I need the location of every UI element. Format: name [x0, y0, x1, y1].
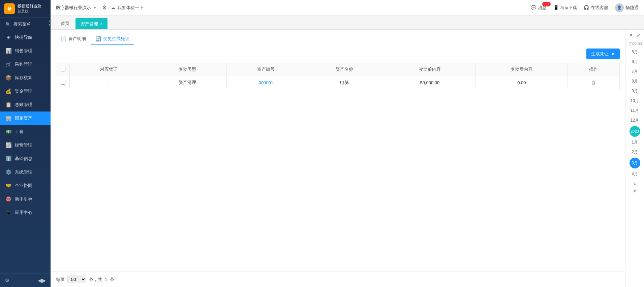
main-area: 医疗器械行业演示 ▼ ⚙ ☁ 我要体验一下 💬 消息 99+ 📱 App下载 🎧…	[51, 0, 644, 287]
search-icon: 🔍	[5, 22, 11, 27]
avatar: 👤	[615, 3, 624, 12]
per-page-unit: 条，共	[89, 277, 102, 283]
month-2023-01[interactable]: 1月	[625, 137, 644, 147]
topbar: 医疗器械行业演示 ▼ ⚙ ☁ 我要体验一下 💬 消息 99+ 📱 App下载 🎧…	[51, 0, 644, 15]
month-2022-07[interactable]: 7月	[625, 67, 644, 76]
app-download-btn[interactable]: 📱 App下载	[553, 5, 577, 11]
col-header-voucher: 对应凭证	[70, 63, 148, 76]
month-2023-03[interactable]: 3月	[630, 158, 640, 168]
customer-service-label: 在线客服	[591, 5, 608, 11]
user-profile-btn[interactable]: 👤 畅捷通	[615, 3, 639, 12]
panel-scroll-down-arrow[interactable]: ▼	[632, 188, 638, 195]
sidebar-item-operations[interactable]: 📈 经营管理	[0, 138, 51, 152]
collapse-icon[interactable]: ◀▶	[38, 277, 46, 284]
ledger-icon: 📋	[5, 102, 11, 108]
sidebar-item-system[interactable]: ⚙️ 系统管理	[0, 165, 51, 179]
month-2022-06[interactable]: 6月	[625, 57, 644, 67]
pagination: 每页 10 20 50 100 条，共 1 条	[51, 272, 625, 287]
month-2023-04[interactable]: 4月	[625, 169, 644, 179]
generate-voucher-label: 生成凭证	[591, 51, 609, 57]
sidebar-item-label: 库存核算	[15, 75, 32, 81]
col-header-checkbox	[56, 63, 70, 76]
settings-icon[interactable]: ⚙	[5, 277, 9, 284]
basic-info-icon: ℹ️	[5, 156, 11, 162]
tab-home[interactable]: 首页	[56, 18, 74, 29]
company-selector[interactable]: 医疗器械行业演示 ▼	[56, 5, 97, 11]
home-label: 首页	[61, 21, 69, 27]
sidebar-item-ledger[interactable]: 📋 总账管理	[0, 98, 51, 111]
content-area: 📄 资产明细 🔄 变更生成凭证 生成凭证 ▼	[51, 30, 644, 287]
company-settings-icon[interactable]: ⚙	[102, 4, 107, 11]
sidebar-item-fund[interactable]: 💰 资金管理	[0, 85, 51, 98]
tabbar: 首页 资产管理 ×	[51, 15, 644, 30]
row-action-cell: 🗑	[568, 76, 619, 89]
delete-icon[interactable]: 🗑	[591, 80, 596, 85]
messages-btn[interactable]: 💬 消息 99+	[531, 5, 547, 11]
panel-scroll-up-arrow[interactable]: ▲	[632, 180, 638, 188]
panel-close-button[interactable]: ✕	[627, 32, 634, 38]
sidebar-item-label: 销售管理	[15, 48, 32, 54]
topbar-right: 💬 消息 99+ 📱 App下载 🎧 在线客服 👤 畅捷通	[531, 3, 639, 12]
tab-asset-label: 资产管理	[81, 21, 98, 27]
month-2022-10[interactable]: 10月	[625, 96, 644, 106]
sub-tab-voucher-label: 变更生成凭证	[103, 36, 129, 42]
table-wrapper: 对应凭证 变动类型 资产编号 资产名称	[51, 63, 625, 272]
per-page-label: 每页	[56, 277, 65, 283]
select-all-checkbox[interactable]	[61, 67, 65, 71]
sidebar-nav: ⊞ 快捷导航 📊 销售管理 🛒 采购管理 📦 库存核算 💰 资金管理 📋 总账管…	[0, 31, 51, 274]
sidebar-item-sales[interactable]: 📊 销售管理	[0, 44, 51, 58]
month-2022-11[interactable]: 11月	[625, 106, 644, 116]
sidebar-item-app-center[interactable]: 📱 应用中心	[0, 206, 51, 219]
total-count: 1	[105, 277, 107, 282]
row-checkbox[interactable]	[61, 80, 65, 85]
sidebar-search-label: 搜索菜单	[13, 21, 31, 27]
sidebar-item-basic-info[interactable]: ℹ️ 基础信息	[0, 152, 51, 165]
year-2023-marker[interactable]: 2023	[630, 126, 640, 137]
customer-service-btn[interactable]: 🎧 在线客服	[584, 5, 608, 11]
sidebar-item-label: 经营管理	[15, 142, 32, 148]
sidebar-item-fixed-assets[interactable]: 🏢 固定资产	[0, 111, 51, 125]
messages-badge: 99+	[542, 2, 551, 6]
sidebar-item-inventory[interactable]: 📦 库存核算	[0, 71, 51, 85]
sidebar-item-label: 新手引导	[15, 196, 32, 202]
demo-link[interactable]: ☁ 我要体验一下	[111, 5, 144, 11]
operations-icon: 📈	[5, 142, 11, 148]
panel-expand-button[interactable]: ⤢	[636, 32, 642, 38]
sidebar-bottom: ⚙ ◀▶	[0, 274, 51, 287]
sub-tab-asset-detail[interactable]: 📄 资产明细	[56, 33, 91, 45]
col-header-after: 变动后内容	[476, 63, 568, 76]
tab-asset-mgmt[interactable]: 资产管理 ×	[75, 18, 108, 29]
total-unit: 条	[110, 277, 114, 283]
tab-close-icon[interactable]: ×	[100, 22, 102, 26]
month-2022-05[interactable]: 5月	[625, 47, 644, 57]
sidebar-item-purchase[interactable]: 🛒 采购管理	[0, 58, 51, 71]
sidebar-item-payroll[interactable]: 💵 工资	[0, 125, 51, 138]
sub-tab-voucher-gen[interactable]: 🔄 变更生成凭证	[91, 33, 134, 45]
sidebar-search[interactable]: 🔍 搜索菜单	[0, 18, 51, 31]
avatar-icon: 👤	[617, 5, 622, 10]
sidebar-item-enterprise[interactable]: 🤝 企业协同	[0, 179, 51, 192]
date-panel: ✕ ⤢ 2022.03 5月 6月 7月 8月 9月 10月 11月 12月 2…	[625, 30, 644, 287]
sidebar-item-quick-nav[interactable]: ⊞ 快捷导航	[0, 31, 51, 44]
logo-icon: 畅	[4, 3, 15, 14]
sidebar-item-label: 采购管理	[15, 61, 32, 67]
sidebar-logo: 畅 畅捷通好业财 普及版	[0, 0, 51, 18]
company-chevron-icon: ▼	[93, 6, 97, 10]
sidebar-item-label: 应用中心	[15, 210, 32, 216]
inventory-icon: 📦	[5, 75, 11, 81]
asset-detail-icon: 📄	[61, 36, 66, 41]
sidebar-item-label: 基础信息	[15, 156, 32, 162]
generate-voucher-button[interactable]: 生成凭证 ▼	[586, 49, 620, 59]
month-2023-02[interactable]: 2月	[625, 147, 644, 157]
toolbar: 生成凭证 ▼	[51, 45, 625, 63]
row-before: 50,000.00	[384, 76, 476, 89]
logo-text-block: 畅捷通好业财 普及版	[18, 4, 42, 14]
per-page-select[interactable]: 10 20 50 100	[67, 276, 86, 283]
sidebar-item-guide[interactable]: 🎯 新手引导	[0, 192, 51, 206]
month-2022-12[interactable]: 12月	[625, 116, 644, 125]
sidebar-scroll-up[interactable]: ▲	[48, 19, 51, 23]
sidebar-scroll-down[interactable]: ▼	[48, 23, 51, 27]
month-2022-09[interactable]: 9月	[625, 86, 644, 96]
row-asset-code: 000001	[227, 76, 305, 89]
month-2022-08[interactable]: 8月	[625, 76, 644, 86]
